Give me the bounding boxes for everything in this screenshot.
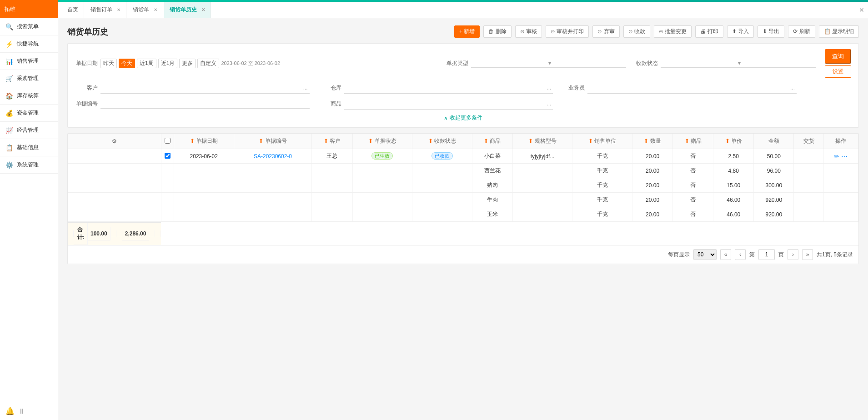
salesperson-dots-icon[interactable]: ... bbox=[790, 85, 795, 91]
close-sales-order-tab[interactable]: ✕ bbox=[117, 7, 120, 12]
show-detail-button[interactable]: 📋 显示明细 bbox=[819, 25, 859, 38]
warehouse-label: 仓库 bbox=[319, 84, 341, 92]
sidebar-item-sales-mgmt[interactable]: 📊 销售管理 bbox=[0, 53, 58, 70]
customer-input[interactable] bbox=[102, 83, 303, 92]
th-goods[interactable]: ⬆ 商品 bbox=[472, 134, 512, 149]
doc-number-label: 单据编号 bbox=[75, 100, 98, 108]
date-custom[interactable]: 自定义 bbox=[197, 59, 219, 68]
goods-dots-icon[interactable]: ... bbox=[547, 100, 551, 107]
th-customer[interactable]: ⬆ 客户 bbox=[312, 134, 352, 149]
query-button[interactable]: 查询 bbox=[825, 49, 851, 64]
customer-dots-icon[interactable]: ... bbox=[303, 85, 308, 91]
close-sales-history-tab[interactable]: ✕ bbox=[201, 7, 205, 12]
sidebar-item-purchase-mgmt[interactable]: 🛒 采购管理 bbox=[0, 70, 58, 87]
goods-input[interactable] bbox=[346, 99, 547, 108]
page-title: 销货单历史 bbox=[67, 26, 108, 37]
th-goods-label: 商品 bbox=[490, 138, 501, 144]
new-button[interactable]: + 新增 bbox=[454, 25, 480, 38]
tab-sales-order-label: 销售订单 bbox=[90, 6, 112, 14]
th-check bbox=[161, 134, 174, 149]
delete-button[interactable]: 🗑 删除 bbox=[483, 25, 511, 38]
tab-sales-history[interactable]: 销货单历史 ✕ bbox=[164, 2, 211, 18]
sidebar-item-basic-info[interactable]: 📋 基础信息 bbox=[0, 139, 58, 156]
date-last7days[interactable]: 近1周 bbox=[137, 59, 156, 68]
tab-sales-invoice[interactable]: 销货单 ✕ bbox=[127, 2, 163, 18]
sidebar-item-search-menu[interactable]: 🔍 搜索菜单 bbox=[0, 18, 58, 35]
page-number-input[interactable] bbox=[758, 249, 775, 260]
doc-type-select[interactable]: ▾ bbox=[471, 59, 626, 68]
pay-status-badge: 已收款 bbox=[431, 152, 453, 160]
th-gift-label: 赠品 bbox=[691, 138, 702, 144]
audit-button[interactable]: ⊙ 审核 bbox=[515, 25, 542, 38]
row-gift: 否 bbox=[673, 178, 713, 193]
th-pay-status[interactable]: ⬆ 收款状态 bbox=[412, 134, 472, 149]
collapse-link[interactable]: ∧ 收起更多条件 bbox=[75, 114, 851, 122]
th-unit-price[interactable]: ⬆ 单价 bbox=[713, 134, 754, 149]
warehouse-input[interactable] bbox=[346, 83, 547, 92]
row-unit: 千克 bbox=[572, 149, 632, 164]
abandon-button[interactable]: ⊙ 弃审 bbox=[592, 25, 619, 38]
next-page-button[interactable]: › bbox=[788, 249, 798, 260]
total-label-text: 合计: bbox=[74, 223, 88, 245]
row-date bbox=[174, 207, 234, 222]
sidebar-item-label: 系统管理 bbox=[17, 161, 39, 169]
page-size-select[interactable]: 50 100 200 bbox=[693, 249, 717, 260]
row-spec bbox=[512, 164, 572, 178]
prev-page-button[interactable]: ‹ bbox=[735, 249, 746, 260]
doc-number-link[interactable]: SA-20230602-0 bbox=[254, 153, 292, 160]
sidebar-item-quick-nav[interactable]: ⚡ 快捷导航 bbox=[0, 35, 58, 53]
payment-status-select[interactable]: ▾ bbox=[661, 59, 816, 68]
toolbar-actions: + 新增 🗑 删除 ⊙ 审核 ⊙ 审核并打印 ⊙ 弃审 ⊙ 收款 ⊙ 批量变更 … bbox=[454, 25, 859, 38]
import-button[interactable]: ⬆ 导入 bbox=[727, 25, 754, 38]
row-unit-price: 2.50 bbox=[713, 149, 754, 164]
th-gear: ⚙ bbox=[68, 134, 161, 149]
th-gift[interactable]: ⬆ 赠品 bbox=[673, 134, 713, 149]
more-icon[interactable]: ⋯ bbox=[841, 153, 848, 160]
setting-button[interactable]: 设置 bbox=[825, 65, 851, 78]
row-doc-status bbox=[352, 178, 412, 193]
audit-print-button[interactable]: ⊙ 审核并打印 bbox=[546, 25, 589, 38]
print-button[interactable]: 🖨 打印 bbox=[695, 25, 723, 38]
date-yesterday[interactable]: 昨天 bbox=[100, 59, 117, 68]
th-spec[interactable]: ⬆ 规格型号 bbox=[512, 134, 572, 149]
close-all-tabs-button[interactable]: ✕ bbox=[859, 6, 864, 14]
tab-home[interactable]: 首页 bbox=[62, 2, 84, 18]
doc-number-input[interactable] bbox=[100, 99, 310, 109]
sidebar-item-label: 搜索菜单 bbox=[17, 23, 39, 30]
th-doc-status[interactable]: ⬆ 单据状态 bbox=[352, 134, 412, 149]
select-all-checkbox[interactable] bbox=[165, 138, 171, 144]
last-page-button[interactable]: » bbox=[802, 249, 813, 260]
export-button[interactable]: ⬇ 导出 bbox=[758, 25, 784, 38]
sidebar-item-inventory[interactable]: 🏠 库存核算 bbox=[0, 87, 58, 105]
row-checkbox[interactable] bbox=[165, 153, 171, 159]
sidebar-item-label: 快捷导航 bbox=[17, 40, 39, 48]
warehouse-dots-icon[interactable]: ... bbox=[547, 85, 551, 91]
th-quantity[interactable]: ⬆ 数量 bbox=[632, 134, 673, 149]
home-icon: 🏠 bbox=[5, 92, 13, 100]
th-unit[interactable]: ⬆ 销售单位 bbox=[572, 134, 632, 149]
th-number[interactable]: ⬆ 单据编号 bbox=[234, 134, 312, 149]
date-last1month[interactable]: 近1月 bbox=[158, 59, 178, 68]
salesperson-input[interactable] bbox=[589, 83, 790, 92]
first-page-button[interactable]: « bbox=[720, 249, 731, 260]
sidebar: 拓维 🔍 搜索菜单 ⚡ 快捷导航 📊 销售管理 🛒 采购管理 🏠 库存核算 💰 … bbox=[0, 0, 58, 420]
th-date[interactable]: ⬆ 单据日期 bbox=[174, 134, 234, 149]
row-check bbox=[161, 164, 174, 178]
sidebar-item-system-mgmt[interactable]: ⚙️ 系统管理 bbox=[0, 156, 58, 174]
sidebar-item-finance[interactable]: 💰 资金管理 bbox=[0, 105, 58, 122]
close-sales-invoice-tab[interactable]: ✕ bbox=[154, 7, 157, 12]
sidebar-footer: 🔔 ⏸ bbox=[0, 402, 58, 420]
sidebar-item-operations[interactable]: 📈 经营管理 bbox=[0, 122, 58, 139]
row-customer bbox=[312, 207, 352, 222]
row-goods: 西兰花 bbox=[472, 164, 512, 178]
edit-icon[interactable]: ✏ bbox=[834, 153, 839, 160]
refresh-button[interactable]: ⟳ 刷新 bbox=[788, 25, 815, 38]
receive-button[interactable]: ⊙ 收款 bbox=[623, 25, 650, 38]
lightning-icon: ⚡ bbox=[5, 40, 13, 48]
tab-sales-order[interactable]: 销售订单 ✕ bbox=[85, 2, 126, 18]
gear-settings-icon[interactable]: ⚙ bbox=[112, 138, 117, 145]
date-more[interactable]: 更多 bbox=[179, 59, 196, 68]
batch-change-button[interactable]: ⊙ 批量变更 bbox=[654, 25, 692, 38]
row-pay-status bbox=[412, 207, 472, 222]
date-today[interactable]: 今天 bbox=[119, 59, 135, 68]
